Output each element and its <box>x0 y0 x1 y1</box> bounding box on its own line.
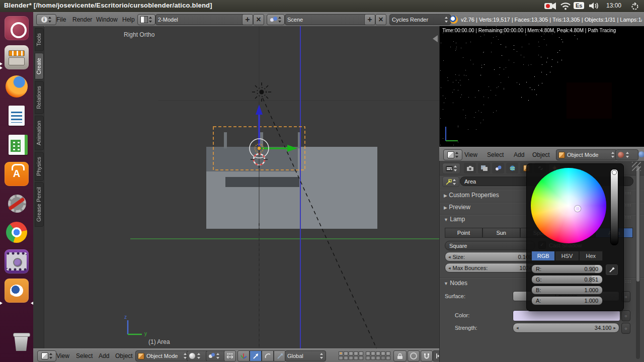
value-slider[interactable] <box>610 169 618 245</box>
trash-icon[interactable] <box>9 330 33 354</box>
proportional-edit-button[interactable] <box>408 350 420 361</box>
toolshelf-tab[interactable]: Grease Pencil <box>35 182 44 227</box>
launcher-app-icon[interactable] <box>5 133 29 157</box>
editor-type-3dview-button[interactable] <box>37 350 56 361</box>
menu-add[interactable]: Add <box>99 352 109 359</box>
launcher-app-icon[interactable] <box>5 16 29 40</box>
tab-render-layers-icon[interactable] <box>478 163 490 173</box>
render-preview-view[interactable]: Time:00:00.00 | Remaining:00:00.00 | Mem… <box>439 26 644 147</box>
manipulator-axis-button[interactable] <box>237 350 250 361</box>
scene-icon-button[interactable] <box>267 14 285 25</box>
tab-render-icon[interactable] <box>464 163 476 173</box>
manipulator-rotate-button[interactable] <box>262 350 274 361</box>
layers-grid-2[interactable] <box>366 351 390 360</box>
picker-value-slider[interactable]: G: 0.851 <box>531 275 603 284</box>
panel-nodes[interactable]: ▼ Nodes <box>444 280 467 287</box>
session-gear-icon[interactable] <box>630 2 639 11</box>
panel-preview[interactable]: ▶ Preview <box>444 204 470 211</box>
menu-view[interactable]: View <box>56 352 69 359</box>
color-wheel[interactable] <box>531 168 606 243</box>
slider-left-arrow[interactable]: ◂ <box>516 325 519 330</box>
launcher-app-icon[interactable] <box>5 249 29 274</box>
volume-icon[interactable] <box>589 2 601 10</box>
pivot-icon-partial[interactable] <box>638 151 644 157</box>
screen-layout-icon-button[interactable] <box>137 14 155 25</box>
editor-type-properties-button[interactable] <box>442 163 460 174</box>
toolshelf-tab[interactable]: Physics <box>35 152 44 181</box>
launcher-app-icon[interactable] <box>5 74 29 99</box>
toolshelf-tab[interactable]: Relations <box>35 81 44 114</box>
render-engine-dropdown[interactable]: Cycles Render <box>389 14 451 25</box>
menu-object-2[interactable]: Object <box>532 151 550 158</box>
picker-mode-tab[interactable]: RGB <box>531 251 555 261</box>
region-expand-arrow[interactable] <box>433 35 438 42</box>
panel-lamp[interactable]: ▼ Lamp <box>444 216 465 223</box>
strength-slider[interactable]: ◂ 34.100 ▸ <box>513 323 619 333</box>
panel-custom-properties[interactable]: ▶ Custom Properties <box>444 192 499 199</box>
viewport-3d[interactable]: z y Right Ortho (1) Area <box>45 26 439 348</box>
mode-dropdown[interactable]: Object Mode <box>135 350 190 361</box>
color-swatch[interactable] <box>513 310 620 321</box>
value-slider-handle[interactable] <box>612 170 617 175</box>
picker-mode-tab[interactable]: Hex <box>579 251 603 261</box>
panel-drag-dots[interactable]: :::: <box>625 216 631 218</box>
menu-select-2[interactable]: Select <box>487 151 504 158</box>
picker-value-slider[interactable]: A: 1.000 <box>531 296 603 305</box>
lamp-type-button[interactable]: Sun <box>482 228 520 238</box>
launcher-app-icon[interactable] <box>5 45 29 69</box>
lamp-breadcrumb-button[interactable] <box>442 176 459 187</box>
manipulator-scale-button[interactable] <box>274 350 286 361</box>
layers-grid-1[interactable] <box>339 351 363 360</box>
pivot-align-toggle[interactable] <box>224 350 236 361</box>
manipulator-translate-button[interactable] <box>250 350 262 361</box>
slider-left-arrow[interactable]: ◂ <box>448 254 451 259</box>
menu-window[interactable]: Window <box>96 16 118 23</box>
screen-record-icon[interactable] <box>544 2 556 10</box>
tab-scene-icon[interactable] <box>492 163 504 173</box>
toolshelf-tab[interactable]: Tools <box>35 28 44 51</box>
screen-layout-field[interactable]: 2-Model <box>155 14 246 25</box>
toolshelf-tab[interactable]: Animation <box>35 116 44 150</box>
launcher-app-icon[interactable] <box>5 104 29 128</box>
picker-value-slider[interactable]: B: 1.000 <box>531 286 603 295</box>
panel-drag-dots[interactable]: :::: <box>625 204 631 206</box>
panel-drag-dots[interactable]: :::: <box>625 281 631 283</box>
scene-field[interactable]: Scene <box>285 14 368 25</box>
menu-render[interactable]: Render <box>72 16 92 23</box>
launcher-app-icon[interactable] <box>5 279 29 303</box>
menu-add-2[interactable]: Add <box>514 151 524 158</box>
transform-orientation-dropdown[interactable]: Global <box>285 350 326 361</box>
slider-left-arrow[interactable]: ◂ <box>448 265 451 270</box>
wifi-icon[interactable] <box>560 2 571 10</box>
snap-toggle-button[interactable] <box>421 350 433 361</box>
scrollbar-thumb[interactable] <box>636 166 639 282</box>
properties-scrollbar[interactable] <box>636 163 640 359</box>
add-scene-button[interactable]: + <box>364 14 375 25</box>
editor-type-info-button[interactable]: i <box>36 14 56 25</box>
launcher-app-icon[interactable] <box>5 220 29 244</box>
lock-to-scene-button[interactable] <box>393 350 407 361</box>
lamp-type-button[interactable]: Point <box>445 228 482 238</box>
panel-drag-dots[interactable]: :::: <box>625 192 631 194</box>
lamp-size-slider[interactable]: ◂ Size: 0.100 <box>445 252 535 261</box>
toolshelf-tab[interactable]: Create <box>35 53 44 79</box>
slider-right-arrow[interactable]: ▸ <box>613 325 616 330</box>
lamp-max-bounces-slider[interactable]: ◂ Max Bounces: 1024 <box>445 263 535 273</box>
menu-select[interactable]: Select <box>76 352 93 359</box>
strength-socket-button[interactable]: ○ <box>621 323 630 334</box>
menu-view-2[interactable]: View <box>464 151 477 158</box>
viewport-shading-dropdown-2[interactable] <box>615 149 638 160</box>
add-layout-button[interactable]: + <box>242 14 253 25</box>
menu-object[interactable]: Object <box>115 352 133 359</box>
wheel-cursor[interactable] <box>575 206 581 212</box>
close-scene-button[interactable]: × <box>375 14 386 25</box>
picker-value-slider[interactable]: R: 0.900 <box>531 264 603 274</box>
editor-type-3dview-button-2[interactable] <box>443 149 462 160</box>
tab-world-icon[interactable] <box>506 163 518 173</box>
picker-mode-tab[interactable]: HSV <box>555 251 579 261</box>
color-socket-button[interactable]: ○ <box>621 310 630 321</box>
keyboard-layout-indicator[interactable]: Es <box>574 2 584 9</box>
eyedropper-button[interactable] <box>606 264 618 275</box>
lamp-shape-dropdown[interactable]: Square <box>445 241 535 250</box>
area-resize-corner[interactable] <box>632 162 641 171</box>
